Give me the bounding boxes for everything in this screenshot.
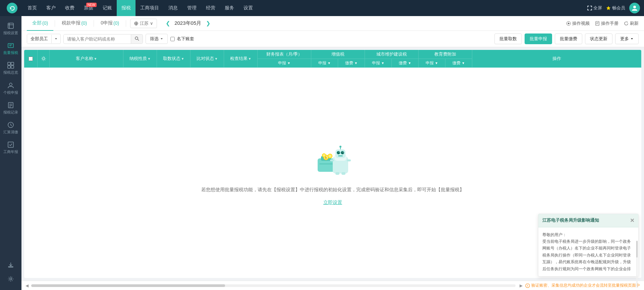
- batch-pay-btn[interactable]: 批量缴费: [555, 33, 582, 44]
- scroll-left-btn[interactable]: ◀: [25, 283, 29, 288]
- thead-top-row: 客户名称 ▼ 纳税性质 ▼ 取数状态 ▼ 比对状态 ▼: [24, 50, 641, 68]
- scroll-right-btn[interactable]: ▶: [520, 283, 523, 288]
- gear-icon[interactable]: [41, 56, 46, 61]
- sidebar-item-annual-settlement[interactable]: 汇算清缴: [0, 118, 21, 138]
- batch-declare-btn[interactable]: 批量申报: [525, 33, 552, 44]
- config-icon: [7, 275, 14, 283]
- nav-account[interactable]: 记账: [98, 0, 117, 16]
- download-icon: [7, 261, 14, 269]
- nav-ticket[interactable]: 票据 NEW: [79, 0, 98, 16]
- top-nav: 首页 客户 收费 票据 NEW 记账 报税 工商项目 消息 管理 经营 服务 设…: [0, 0, 644, 16]
- nav-home[interactable]: 首页: [23, 0, 42, 16]
- sidebar-item-tax-overview[interactable]: 报税总览: [0, 58, 21, 78]
- svg-rect-64: [338, 155, 343, 156]
- tax-records-icon: [7, 101, 14, 109]
- setup-link[interactable]: 立即设置: [323, 200, 342, 206]
- select-all-label: 全部员工: [27, 34, 51, 44]
- th-fetch-status: 取数状态 ▼: [157, 50, 191, 67]
- notif-scroll-thumb: [636, 241, 638, 258]
- svg-point-60: [339, 152, 339, 153]
- operation-manual-btn[interactable]: 操作手册: [595, 20, 619, 26]
- th-vat-title: 增值税: [311, 50, 365, 59]
- sidebar-item-tax-records[interactable]: 报税记录: [0, 98, 21, 118]
- sidebar-item-personal-tax[interactable]: 个税申报: [0, 78, 21, 98]
- tax-overview-icon: [7, 62, 14, 69]
- sidebar-download[interactable]: [0, 258, 21, 272]
- nav-tax[interactable]: 报税: [117, 0, 136, 16]
- search-input[interactable]: [64, 35, 131, 43]
- member-btn[interactable]: 畅会员: [606, 5, 625, 11]
- notification-close-btn[interactable]: ✕: [630, 217, 634, 224]
- tab-tax-declare[interactable]: 税款申报 (0): [56, 16, 92, 31]
- tax-type-sort-icon[interactable]: ▼: [148, 57, 151, 61]
- accounts-checkbox[interactable]: [170, 37, 175, 41]
- prev-month-btn[interactable]: ❮: [164, 19, 172, 27]
- scroll-track[interactable]: [31, 284, 516, 287]
- notification-body: 尊敬的用户： 受当前电子税务局进一步升级的影响，同一个政务网账号（办税人）名下的…: [538, 227, 638, 276]
- tab-divider-2: [94, 20, 94, 27]
- avatar-icon: [631, 5, 638, 11]
- nav-message[interactable]: 消息: [164, 0, 182, 16]
- nav-fee[interactable]: 收费: [60, 0, 79, 16]
- fullscreen-btn[interactable]: 全屏: [587, 5, 602, 11]
- select-all-group: 全部员工: [27, 34, 61, 44]
- search-button[interactable]: [131, 34, 143, 44]
- select-all-checkbox[interactable]: [29, 57, 33, 61]
- th-gear-top: [38, 50, 50, 67]
- tab-divider-3: [126, 20, 126, 27]
- sidebar-item-annual-report[interactable]: 工商年报: [0, 138, 21, 157]
- personal-tax-icon: [7, 82, 14, 89]
- region-selector[interactable]: 江苏 ∨: [130, 19, 157, 28]
- logo[interactable]: [4, 0, 20, 16]
- nav-customer[interactable]: 客户: [42, 0, 60, 16]
- sidebar-item-tax-settings[interactable]: 报税设置: [0, 19, 21, 39]
- region-chevron-icon: ∨: [150, 21, 153, 26]
- tab-all[interactable]: 全部 (0): [27, 16, 53, 31]
- svg-point-71: [527, 286, 528, 287]
- svg-rect-65: [330, 159, 334, 161]
- nav-settings[interactable]: 设置: [239, 0, 258, 16]
- svg-marker-41: [631, 38, 633, 40]
- check-sort-icon[interactable]: ▼: [248, 57, 252, 61]
- svg-marker-40: [161, 38, 163, 40]
- th-vat-subs: 申报 ▼ 缴费 ▼: [311, 59, 365, 67]
- svg-rect-21: [11, 66, 14, 68]
- svg-line-39: [138, 39, 139, 41]
- svg-point-11: [633, 6, 636, 8]
- nav-operation[interactable]: 经营: [201, 0, 220, 16]
- svg-rect-34: [596, 21, 599, 25]
- fetch-status-sort-icon[interactable]: ▼: [181, 57, 184, 61]
- svg-point-1: [10, 8, 11, 9]
- scroll-thumb: [31, 284, 225, 287]
- nav-service[interactable]: 服务: [220, 0, 239, 16]
- name-sort-icon[interactable]: ▼: [94, 57, 97, 61]
- batch-fetch-btn[interactable]: 批量取数: [494, 33, 522, 44]
- bottom-warning: 验证账密、采集信息均成功的企业才会流转至批量报税页面中: [525, 283, 640, 288]
- th-compare-status: 比对状态 ▼: [191, 50, 224, 67]
- tab-zero-declare[interactable]: 0申报 (0): [95, 16, 124, 31]
- next-month-btn[interactable]: ❯: [204, 19, 212, 27]
- compare-sort-icon[interactable]: ▼: [215, 57, 218, 61]
- select-all-dropdown[interactable]: [51, 35, 60, 43]
- filter-button[interactable]: 筛选: [146, 34, 168, 44]
- status-update-btn[interactable]: 状态更新: [585, 33, 612, 44]
- user-avatar[interactable]: [629, 3, 640, 13]
- bottom-bar: ◀ ▶ 验证账密、采集信息均成功的企业才会流转至批量报税页面中: [21, 281, 644, 290]
- svg-marker-10: [606, 6, 610, 10]
- svg-rect-7: [587, 9, 588, 10]
- member-icon: [606, 6, 611, 10]
- toolbar-right: 批量取数 批量申报 批量缴费 状态更新 更多: [494, 33, 639, 44]
- checkbox-label[interactable]: 名下账套: [170, 36, 194, 42]
- nav-business[interactable]: 工商项目: [136, 0, 164, 16]
- svg-rect-68: [341, 172, 345, 175]
- manual-icon: [595, 21, 600, 26]
- sidebar-config[interactable]: [0, 272, 21, 286]
- operation-video-btn[interactable]: 操作视频: [566, 20, 590, 26]
- notif-scroll-track[interactable]: [636, 241, 638, 288]
- nav-manage[interactable]: 管理: [182, 0, 201, 16]
- sidebar-item-batch-tax[interactable]: 批量报税: [0, 39, 21, 58]
- more-btn[interactable]: 更多: [615, 33, 639, 44]
- refresh-btn[interactable]: 刷新: [624, 20, 639, 26]
- svg-point-61: [343, 152, 343, 153]
- th-edu-declare: 申报 ▼: [419, 59, 445, 67]
